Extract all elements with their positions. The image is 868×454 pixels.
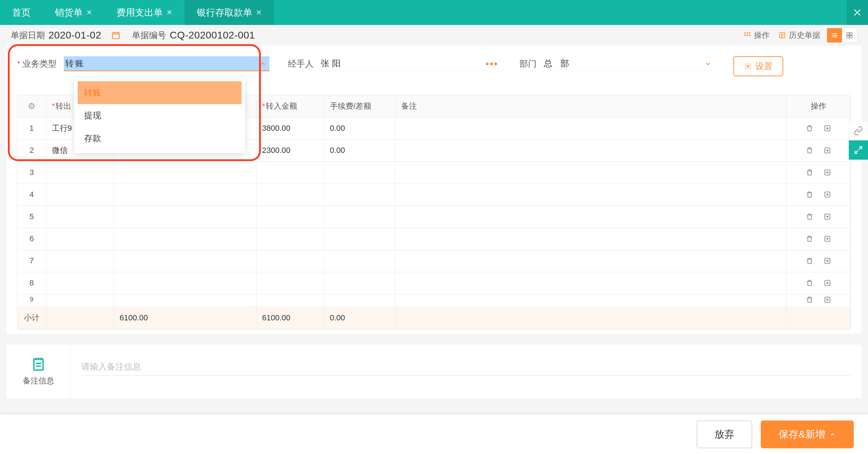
delete-row-button[interactable] — [806, 191, 813, 198]
remark-input[interactable] — [81, 358, 851, 376]
cell-out-account[interactable] — [46, 206, 114, 228]
cell-in-amount[interactable] — [256, 161, 324, 184]
cell-out-account[interactable] — [46, 184, 114, 206]
dropdown-option-deposit[interactable]: 存款 — [78, 127, 242, 150]
delete-row-button[interactable] — [806, 235, 813, 243]
expand-button[interactable] — [849, 140, 868, 160]
biz-type-input[interactable] — [64, 56, 269, 71]
dropdown-option-transfer[interactable]: 转账 — [78, 81, 242, 104]
cell-note[interactable] — [395, 184, 786, 206]
view-grid-button[interactable] — [842, 28, 857, 42]
cell-out-amount[interactable] — [114, 161, 256, 184]
tab-sales-order[interactable]: 销货单 ✕ — [43, 0, 104, 25]
add-row-button[interactable] — [823, 279, 831, 287]
add-row-button[interactable] — [823, 213, 831, 221]
add-row-button[interactable] — [823, 235, 831, 243]
view-list-button[interactable] — [827, 28, 842, 42]
attachment-button[interactable] — [849, 121, 868, 140]
delete-row-button[interactable] — [806, 296, 813, 304]
cell-fee[interactable] — [324, 206, 395, 228]
delete-row-button[interactable] — [806, 146, 813, 154]
cell-fee[interactable] — [324, 294, 395, 307]
table-row[interactable]: 9 — [17, 294, 851, 307]
cell-note[interactable] — [395, 161, 786, 184]
cell-out-account[interactable] — [46, 272, 114, 294]
calendar-icon[interactable] — [111, 31, 120, 40]
cell-in-amount[interactable] — [256, 250, 324, 272]
cell-fee[interactable] — [324, 161, 395, 184]
cell-out-amount[interactable] — [114, 294, 256, 307]
date-value[interactable]: 2020-01-02 — [48, 30, 101, 41]
cancel-button[interactable]: 放弃 — [697, 421, 752, 448]
add-row-button[interactable] — [823, 296, 831, 304]
add-row-button[interactable] — [823, 124, 831, 132]
cell-note[interactable] — [395, 272, 786, 294]
cell-fee[interactable]: 0.00 — [324, 139, 395, 161]
cell-out-account[interactable] — [46, 161, 114, 184]
column-settings[interactable]: ⚙ — [17, 95, 46, 117]
cell-fee[interactable] — [324, 250, 395, 272]
delete-row-button[interactable] — [806, 124, 813, 132]
operation-menu[interactable]: 操作 — [743, 30, 770, 41]
cell-out-amount[interactable] — [114, 272, 256, 294]
cell-in-amount[interactable]: 3800.00 — [256, 117, 324, 139]
cell-out-account[interactable] — [46, 294, 114, 307]
more-icon[interactable]: ••• — [486, 58, 498, 69]
cell-in-amount[interactable] — [256, 272, 324, 294]
table-row[interactable]: 3 — [17, 161, 851, 184]
save-and-new-button[interactable]: 保存&新增 — [761, 421, 854, 448]
cell-note[interactable] — [395, 294, 786, 307]
cell-note[interactable] — [395, 206, 786, 228]
tab-bank-transfer[interactable]: 银行存取款单 ✕ — [185, 0, 274, 25]
delete-row-button[interactable] — [806, 279, 813, 287]
cell-out-amount[interactable] — [114, 228, 256, 250]
handler-field[interactable]: 经手人 ••• — [288, 56, 498, 71]
chevron-up-icon[interactable] — [259, 60, 267, 68]
cell-in-amount[interactable]: 2300.00 — [256, 139, 324, 161]
cell-fee[interactable] — [324, 184, 395, 206]
cell-in-amount[interactable] — [256, 294, 324, 307]
cell-note[interactable] — [395, 139, 786, 161]
business-type-field[interactable]: * 业务类型 转账 提现 存款 — [17, 56, 267, 71]
row-index: 1 — [17, 117, 46, 139]
cell-fee[interactable]: 0.00 — [324, 117, 395, 139]
window-close-button[interactable] — [847, 0, 868, 25]
cell-in-amount[interactable] — [256, 228, 324, 250]
cell-note[interactable] — [395, 250, 786, 272]
cell-out-amount[interactable] — [114, 250, 256, 272]
cell-out-amount[interactable] — [114, 184, 256, 206]
delete-row-button[interactable] — [806, 257, 813, 265]
cell-in-amount[interactable] — [256, 206, 324, 228]
delete-row-button[interactable] — [806, 213, 813, 221]
dropdown-option-withdraw[interactable]: 提现 — [78, 104, 242, 127]
add-row-button[interactable] — [823, 169, 831, 176]
cell-out-account[interactable] — [46, 250, 114, 272]
add-row-button[interactable] — [823, 146, 831, 154]
table-row[interactable]: 8 — [17, 272, 851, 294]
department-field[interactable]: 部门 — [520, 56, 712, 71]
cell-note[interactable] — [395, 228, 786, 250]
settings-button[interactable]: 设置 — [733, 56, 783, 76]
cell-fee[interactable] — [324, 272, 395, 294]
close-icon[interactable]: ✕ — [166, 8, 172, 17]
table-row[interactable]: 7 — [17, 250, 851, 272]
delete-row-button[interactable] — [806, 169, 813, 176]
add-row-button[interactable] — [823, 191, 831, 198]
cell-out-amount[interactable] — [114, 206, 256, 228]
dept-input[interactable] — [544, 56, 715, 71]
table-row[interactable]: 6 — [17, 228, 851, 250]
handler-input[interactable] — [321, 56, 481, 71]
tab-expense[interactable]: 费用支出单 ✕ — [104, 0, 185, 25]
cell-note[interactable] — [395, 117, 786, 139]
table-row[interactable]: 5 — [17, 206, 851, 228]
table-row[interactable]: 4 — [17, 184, 851, 206]
cell-fee[interactable] — [324, 228, 395, 250]
cell-out-account[interactable] — [46, 228, 114, 250]
tab-home[interactable]: 首页 — [0, 0, 43, 25]
chevron-down-icon[interactable] — [704, 60, 712, 68]
cell-in-amount[interactable] — [256, 184, 324, 206]
close-icon[interactable]: ✕ — [86, 8, 92, 17]
history-link[interactable]: 历史单据 — [778, 30, 820, 41]
add-row-button[interactable] — [823, 257, 831, 265]
close-icon[interactable]: ✕ — [256, 8, 262, 17]
